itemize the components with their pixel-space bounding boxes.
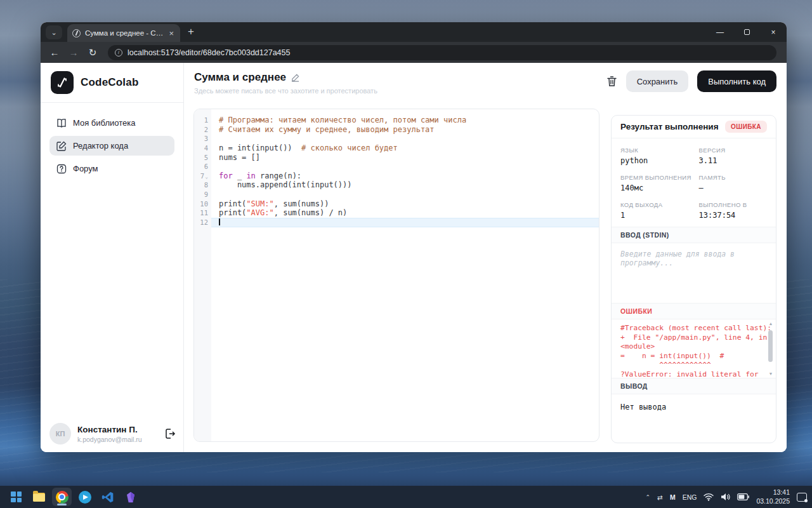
title-block: Сумма и среднее Здесь можете писать все … bbox=[194, 71, 377, 95]
header-actions: Сохранить Выполнить код bbox=[606, 70, 776, 92]
line-number: 3 bbox=[194, 134, 211, 144]
meta-cell: ЯЗЫКpython bbox=[620, 147, 699, 165]
error-traceback: #Traceback (most recent call last):+ Fil… bbox=[620, 324, 763, 378]
scrollbar-thumb[interactable] bbox=[768, 330, 773, 362]
chevron-down-icon: ⌄ bbox=[51, 29, 56, 37]
line-number: 6 bbox=[194, 162, 211, 171]
delete-icon[interactable] bbox=[606, 76, 617, 87]
start-button[interactable] bbox=[6, 488, 26, 506]
chrome-icon bbox=[56, 491, 69, 504]
result-panel: Результат выполнения ОШИБКА ЯЗЫКpythonВЕ… bbox=[611, 115, 776, 443]
desktop-wallpaper: ⌄ Сумма и среднее - CodeColab × + — × ← … bbox=[0, 0, 812, 508]
line-number: 10 bbox=[194, 199, 211, 209]
sidebar-item-label: Редактор кода bbox=[73, 141, 128, 150]
meta-cell: ВЫПОЛНЕНО В13:37:54 bbox=[699, 201, 767, 220]
line-number: 2 bbox=[194, 125, 211, 135]
codecolab-logo-icon bbox=[51, 71, 74, 94]
site-favicon-icon bbox=[72, 29, 81, 37]
sidebar-item-forum[interactable]: Форум bbox=[49, 159, 174, 178]
sidebar-item-editor[interactable]: Редактор кода bbox=[49, 136, 174, 156]
meta-cell: ВЕРСИЯ3.11 bbox=[699, 147, 767, 165]
tab-close-icon[interactable]: × bbox=[167, 29, 175, 38]
code-line: print("SUM:", sum(nums)) bbox=[211, 199, 599, 209]
taskbar-apps bbox=[6, 486, 140, 508]
line-number: 4 bbox=[194, 144, 211, 153]
editor-gutter: 1234567⌄89101112 bbox=[194, 109, 211, 441]
user-email: k.podyganov@mail.ru bbox=[77, 436, 142, 443]
windows-logo-icon bbox=[11, 491, 22, 502]
code-line: # Считаем их сумму и среднее, выводим ре… bbox=[211, 125, 599, 135]
result-title: Результат выполнения bbox=[620, 122, 719, 131]
save-button[interactable]: Сохранить bbox=[626, 70, 689, 92]
system-tray: ⌃ ⇄ M ENG 13:41 03.10.2025 bbox=[646, 486, 807, 508]
line-number: 8 bbox=[194, 180, 211, 190]
reload-button[interactable]: ↻ bbox=[85, 47, 100, 58]
code-line bbox=[211, 218, 599, 227]
back-button[interactable]: ← bbox=[47, 47, 62, 58]
code-line: n = int(input()) # сколько чисел будет bbox=[211, 144, 599, 153]
fold-chevron-icon[interactable]: ⌄ bbox=[205, 174, 208, 180]
meta-cell: КОД ВЫХОДА1 bbox=[620, 201, 699, 220]
browser-tab[interactable]: Сумма и среднее - CodeColab × bbox=[67, 24, 180, 42]
stdin-input[interactable] bbox=[612, 243, 776, 303]
code-line bbox=[211, 190, 599, 199]
telegram-button[interactable] bbox=[75, 488, 95, 506]
edit-title-icon[interactable] bbox=[291, 74, 299, 82]
vscode-icon bbox=[102, 491, 114, 504]
sidebar-menu: Моя библиотекаРедактор кодаФорум bbox=[41, 103, 183, 192]
meta-cell: ВРЕМЯ ВЫПОЛНЕНИЯ140мс bbox=[620, 174, 699, 192]
meta-cell: ПАМЯТЬ— bbox=[699, 174, 767, 192]
user-name: Константин П. bbox=[77, 425, 142, 434]
logout-icon[interactable] bbox=[163, 427, 176, 440]
hidden-icons-chevron[interactable]: ⌃ bbox=[646, 494, 651, 500]
line-number: 12 bbox=[194, 218, 211, 227]
chrome-button[interactable] bbox=[52, 488, 72, 506]
user-avatar: КП bbox=[49, 423, 71, 444]
scroll-up-icon[interactable]: ▲ bbox=[767, 321, 775, 326]
code-line bbox=[211, 134, 599, 144]
forward-button[interactable]: → bbox=[66, 47, 81, 58]
errors-scrollbar[interactable]: ▲ ▼ bbox=[767, 321, 775, 376]
editor-code-area[interactable]: # Программа: читаем количество чисел, по… bbox=[211, 109, 599, 441]
run-code-button[interactable]: Выполнить код bbox=[697, 70, 776, 92]
scroll-down-icon[interactable]: ▼ bbox=[767, 371, 775, 376]
battery-icon[interactable] bbox=[737, 493, 749, 500]
volume-icon[interactable] bbox=[721, 493, 730, 501]
site-info-icon[interactable]: i bbox=[115, 49, 122, 57]
code-line: nums = [] bbox=[211, 153, 599, 163]
tray-date: 03.10.2025 bbox=[756, 497, 790, 506]
line-number: 9 bbox=[194, 190, 211, 199]
line-number: 11 bbox=[194, 208, 211, 218]
browser-toolbar: ← → ↻ i localhost:5173/editor/68dec7bc00… bbox=[41, 42, 787, 63]
wifi-icon[interactable] bbox=[704, 493, 714, 501]
browser-tab-strip: ⌄ Сумма и среднее - CodeColab × + — × bbox=[41, 22, 787, 42]
status-badge: ОШИБКА bbox=[725, 121, 767, 133]
folder-icon bbox=[33, 493, 45, 502]
errors-output[interactable]: #Traceback (most recent call last):+ Fil… bbox=[612, 319, 776, 378]
clock[interactable]: 13:41 03.10.2025 bbox=[756, 488, 790, 505]
file-explorer-button[interactable] bbox=[29, 488, 49, 506]
obsidian-icon bbox=[125, 491, 136, 503]
tab-title: Сумма и среднее - CodeColab bbox=[85, 29, 163, 37]
text-cursor bbox=[219, 218, 220, 225]
page-title: Сумма и среднее bbox=[194, 71, 286, 84]
vscode-button[interactable] bbox=[98, 488, 117, 506]
line-number: 1 bbox=[194, 116, 211, 125]
tray-app-icon[interactable]: M bbox=[670, 493, 676, 501]
url-text: localhost:5173/editor/68dec7bc003dd127a4… bbox=[128, 48, 290, 57]
line-number: 7⌄ bbox=[194, 171, 211, 181]
stdin-section-label: ВВОД (STDIN) bbox=[612, 227, 776, 243]
result-meta-grid: ЯЗЫКpythonВЕРСИЯ3.11ВРЕМЯ ВЫПОЛНЕНИЯ140м… bbox=[612, 138, 776, 227]
language-indicator[interactable]: ENG bbox=[683, 493, 697, 501]
tab-search-button[interactable]: ⌄ bbox=[46, 25, 62, 39]
tray-sync-icon[interactable]: ⇄ bbox=[657, 493, 663, 501]
address-bar[interactable]: i localhost:5173/editor/68dec7bc003dd127… bbox=[108, 45, 776, 60]
obsidian-button[interactable] bbox=[121, 488, 140, 506]
code-editor[interactable]: 1234567⌄89101112 # Программа: читаем кол… bbox=[193, 109, 599, 442]
sidebar-item-label: Форум bbox=[73, 164, 98, 173]
user-block[interactable]: КП Константин П. k.podyganov@mail.ru bbox=[49, 423, 176, 444]
new-tab-button[interactable]: + bbox=[188, 25, 194, 38]
browser-window: ⌄ Сумма и среднее - CodeColab × + — × ← … bbox=[41, 22, 787, 452]
sidebar-item-library[interactable]: Моя библиотека bbox=[49, 113, 174, 133]
notification-icon[interactable] bbox=[797, 493, 807, 502]
